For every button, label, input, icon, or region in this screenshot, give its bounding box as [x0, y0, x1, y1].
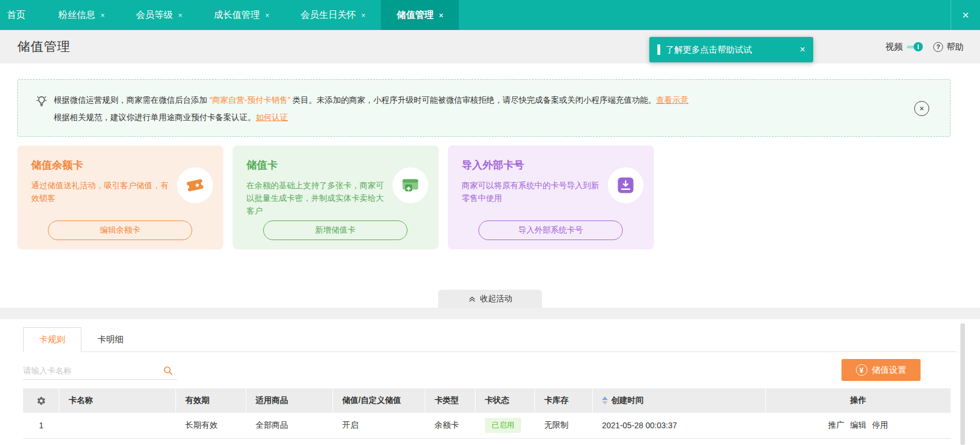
help-tooltip: 了解更多点击帮助试试 ×: [649, 37, 813, 62]
column-header-card-type[interactable]: 卡类型: [425, 388, 476, 413]
table-header-row: 卡名称 有效期 适用商品 储值/自定义储值 卡类型 卡状态 卡库存 创建时间 操…: [23, 388, 951, 413]
notice-line1-mid: 类目。未添加的商家，小程序升级时可能被微信审核拒绝，请尽快完成备案或关闭小程序端…: [290, 95, 656, 104]
stored-value-settings-button[interactable]: ¥ 储值设置: [841, 359, 921, 381]
tab-stored-value[interactable]: 储值管理 ×: [381, 0, 459, 30]
notice-line2-text: 根据相关规范，建议你进行单用途商业预付卡备案认证。: [54, 113, 256, 122]
card-rules-table: 卡名称 有效期 适用商品 储值/自定义储值 卡类型 卡状态 卡库存 创建时间 操…: [23, 388, 951, 439]
column-header-products[interactable]: 适用商品: [246, 388, 333, 413]
notice-line1-pre: 根据微信运营规则，商家需在微信后台添加: [54, 95, 210, 104]
column-header-validity[interactable]: 有效期: [176, 388, 246, 413]
created-time-label: 创建时间: [611, 395, 644, 406]
promote-action[interactable]: 推广: [828, 420, 844, 431]
view-example-link[interactable]: 查看示意: [656, 95, 689, 104]
tooltip-text: 了解更多点击帮助试试: [665, 44, 752, 55]
tab-fans-info[interactable]: 粉丝信息 ×: [43, 0, 121, 30]
tab-close-icon[interactable]: ×: [265, 11, 270, 20]
row-card-stock: 无限制: [535, 413, 593, 438]
tooltip-accent-bar: [657, 44, 660, 55]
window-close-icon[interactable]: ×: [951, 0, 980, 30]
promo-cards-row: 储值余额卡 通过储值送礼活动，吸引客户储值，有效锁客 编辑余额卡 储值: [17, 145, 654, 249]
collapse-activities-button[interactable]: 收起活动: [438, 290, 542, 308]
tab-growth-value[interactable]: 成长值管理 ×: [198, 0, 285, 30]
row-validity: 长期有效: [176, 413, 246, 438]
page-header: 储值管理 视频 ? 帮助: [0, 30, 980, 63]
scrollbar-thumb[interactable]: [960, 323, 965, 445]
stored-card-title: 储值卡: [246, 158, 425, 172]
column-settings-button[interactable]: [23, 388, 59, 413]
card-list-panel: 卡规则 卡明细 ¥ 储值设置 卡名称 有效期: [0, 319, 980, 445]
balance-card-panel: 储值余额卡 通过储值送礼活动，吸引客户储值，有效锁客 编辑余额卡: [17, 145, 223, 249]
notice-line1-quote: “商家自营-预付卡销售”: [210, 95, 290, 104]
add-stored-card-button[interactable]: 新增储值卡: [263, 220, 407, 240]
double-chevron-up-icon: [468, 295, 476, 303]
card-tabs: 卡规则 卡明细: [23, 327, 957, 352]
activity-panel: 根据微信运营规则，商家需在微信后台添加 “商家自营-预付卡销售” 类目。未添加的…: [0, 63, 980, 308]
column-header-card-status[interactable]: 卡状态: [476, 388, 535, 413]
search-input[interactable]: [23, 366, 162, 375]
balance-card-desc: 通过储值送礼活动，吸引客户储值，有效锁客: [31, 179, 173, 204]
notice-text: 根据微信运营规则，商家需在微信后台添加 “商家自营-预付卡销售” 类目。未添加的…: [54, 91, 689, 126]
tab-close-icon[interactable]: ×: [439, 11, 443, 20]
card-search: [23, 361, 177, 380]
tab-close-icon[interactable]: ×: [361, 11, 366, 20]
toggle-knob: [914, 42, 923, 51]
tooltip-close-icon[interactable]: ×: [800, 44, 805, 55]
disable-action[interactable]: 停用: [872, 420, 888, 431]
sort-desc-icon: [602, 401, 608, 405]
tab-label: 粉丝信息: [58, 9, 95, 21]
tab-birthday-care[interactable]: 会员生日关怀 ×: [285, 0, 381, 30]
tab-card-details[interactable]: 卡明细: [81, 327, 140, 352]
import-icon: [608, 167, 644, 203]
column-header-card-stock[interactable]: 卡库存: [535, 388, 593, 413]
search-icon[interactable]: [162, 365, 174, 376]
row-actions: 推广 编辑 停用: [766, 413, 951, 438]
tab-card-rules[interactable]: 卡规则: [23, 327, 81, 352]
row-stored-value: 开启: [333, 413, 425, 438]
import-external-card-button[interactable]: 导入外部系统卡号: [478, 220, 623, 240]
column-header-card-name[interactable]: 卡名称: [59, 388, 176, 413]
header-actions: 视频 ? 帮助: [885, 30, 964, 63]
notice-line-1: 根据微信运营规则，商家需在微信后台添加 “商家自营-预付卡销售” 类目。未添加的…: [54, 91, 689, 109]
collapse-label: 收起活动: [480, 294, 513, 304]
video-label: 视频: [885, 42, 903, 53]
question-icon: ?: [933, 42, 943, 52]
notice-line-2: 根据相关规范，建议你进行单用途商业预付卡备案认证。如何认证: [54, 109, 689, 126]
tab-close-icon[interactable]: ×: [100, 11, 105, 20]
video-toggle-group: 视频: [885, 42, 921, 53]
stored-value-management-page: 首页 粉丝信息 × 会员等级 × 成长值管理 × 会员生日关怀 × 储值管理 ×…: [0, 0, 980, 445]
tab-label: 会员等级: [136, 9, 173, 21]
ticket-icon: [177, 167, 213, 203]
column-header-actions: 操作: [766, 388, 951, 413]
row-index: 1: [23, 413, 59, 438]
gear-icon: [36, 396, 46, 406]
balance-card-title: 储值余额卡: [31, 158, 210, 172]
import-card-panel: 导入外部卡号 商家可以将原有系统中的卡号导入到新零售中使用 导入外部系统卡号: [448, 145, 654, 249]
tab-label: 成长值管理: [214, 9, 260, 21]
lightbulb-icon: [35, 95, 48, 110]
row-card-type: 余额卡: [425, 413, 476, 438]
tab-member-level[interactable]: 会员等级 ×: [121, 0, 199, 30]
help-button[interactable]: ? 帮助: [933, 42, 964, 53]
edit-action[interactable]: 编辑: [850, 420, 866, 431]
import-card-desc: 商家可以将原有系统中的卡号导入到新零售中使用: [462, 179, 603, 204]
import-card-title: 导入外部卡号: [462, 158, 640, 172]
status-badge: 已启用: [485, 418, 521, 433]
column-header-created-time[interactable]: 创建时间: [593, 388, 766, 413]
edit-balance-card-button[interactable]: 编辑余额卡: [48, 220, 192, 240]
how-to-certify-link[interactable]: 如何认证: [256, 113, 288, 122]
row-created-time: 2021-05-28 00:03:37: [593, 413, 766, 438]
tab-label: 储值管理: [397, 9, 433, 21]
video-toggle[interactable]: [907, 46, 921, 48]
row-card-name: [59, 413, 176, 438]
wechat-notice-banner: 根据微信运营规则，商家需在微信后台添加 “商家自营-预付卡销售” 类目。未添加的…: [17, 79, 951, 137]
help-label: 帮助: [947, 42, 964, 53]
tab-label: 首页: [7, 9, 25, 21]
sort-asc-icon: [602, 397, 608, 400]
notice-dismiss-icon[interactable]: ×: [914, 101, 929, 116]
tab-close-icon[interactable]: ×: [178, 11, 183, 20]
sort-icon[interactable]: [602, 397, 608, 405]
column-header-stored-value[interactable]: 储值/自定义储值: [333, 388, 425, 413]
yen-icon: ¥: [856, 364, 867, 376]
tab-home[interactable]: 首页: [0, 0, 43, 30]
page-title: 储值管理: [17, 38, 70, 55]
